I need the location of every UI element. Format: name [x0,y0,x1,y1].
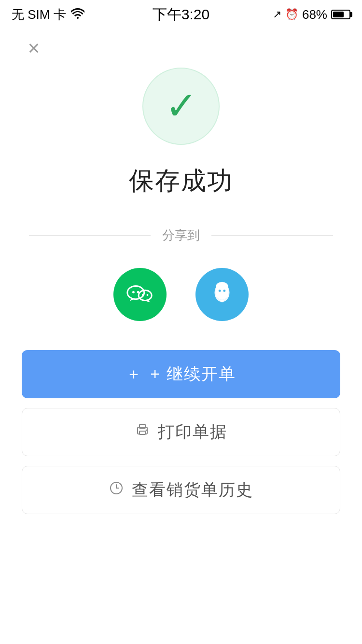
status-left: 无 SIM 卡 [12,6,84,23]
share-icons-container [113,268,249,321]
divider-right [211,235,333,236]
continue-button[interactable]: ＋ + 继续开单 [22,350,340,398]
svg-point-4 [142,294,144,296]
print-icon [135,422,150,442]
main-content: ✓ 保存成功 分享到 [0,29,362,514]
status-time: 下午3:20 [153,5,209,25]
svg-point-8 [219,290,221,292]
success-circle: ✓ [142,68,220,145]
svg-point-2 [132,291,135,294]
location-icon: ↗ [273,8,281,21]
share-divider: 分享到 [0,227,362,244]
svg-point-1 [139,290,152,300]
action-buttons: ＋ + 继续开单 打印单据 查看销货单历 [22,350,340,514]
continue-label: + 继续开单 [150,363,236,385]
alarm-icon: ⏰ [285,8,298,21]
success-title: 保存成功 [129,164,233,198]
svg-point-11 [224,294,229,298]
qq-icon [207,279,237,310]
qq-share-button[interactable] [195,268,249,321]
svg-point-5 [147,294,149,296]
battery-icon [331,10,350,19]
svg-rect-14 [139,431,145,434]
battery-percent: 68% [302,7,327,22]
share-section: 分享到 [0,227,362,321]
wifi-icon [71,7,84,22]
svg-point-15 [146,430,147,431]
history-icon [109,480,124,500]
share-label: 分享到 [151,227,211,244]
svg-point-0 [127,286,144,299]
checkmark-icon: ✓ [165,87,197,126]
no-sim-text: 无 SIM 卡 [12,6,66,23]
svg-point-9 [223,290,225,292]
status-bar: 无 SIM 卡 下午3:20 ↗ ⏰ 68% [0,0,362,29]
wechat-share-button[interactable] [113,268,167,321]
plus-icon: ＋ [126,364,142,385]
close-button[interactable]: × [19,34,48,63]
wechat-icon [125,280,155,309]
history-button[interactable]: 查看销货单历史 [22,466,340,514]
close-icon: × [28,38,40,58]
svg-point-10 [215,294,220,298]
svg-point-3 [137,291,139,294]
divider-left [29,235,151,236]
history-label: 查看销货单历史 [132,479,253,501]
print-label: 打印单据 [158,421,227,443]
status-right: ↗ ⏰ 68% [273,7,350,22]
print-button[interactable]: 打印单据 [22,408,340,456]
